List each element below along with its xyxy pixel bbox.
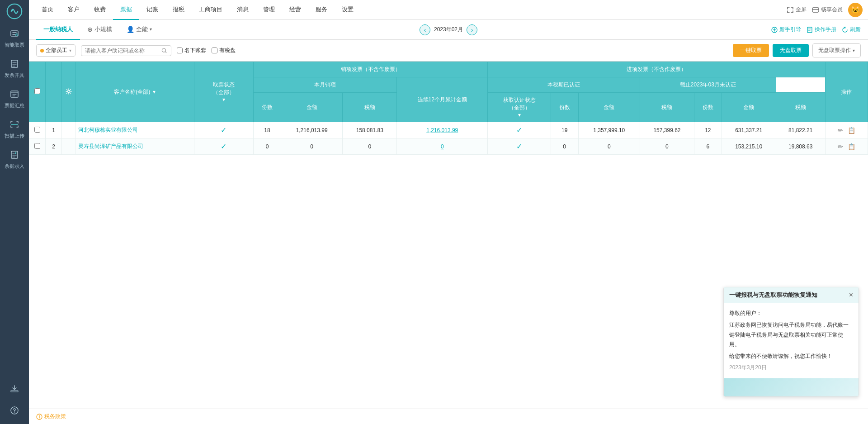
nav-billing[interactable]: 收费 [87, 0, 113, 20]
settings-col-icon[interactable] [65, 88, 72, 95]
row2-fetch-status: ✓ [194, 138, 253, 155]
no-disk-fetch-btn[interactable]: 无盘取票 [773, 44, 809, 57]
manual-btn[interactable]: 操作手册 [807, 26, 836, 33]
row1-detail-icon[interactable]: 📋 [848, 127, 855, 134]
tab-all-dropdown-icon: ▾ [150, 27, 152, 32]
nav-menu: 首页 客户 收费 票据 记账 报税 工商项目 消息 管理 经营 服务 设置 [34, 0, 787, 20]
tax-disk-label: 有税盘 [219, 47, 236, 54]
notification-close-btn[interactable]: × [849, 291, 853, 299]
table-row: 2 灵寿县尚泽矿产品有限公司 ✓ 0 0 0 0 ✓ 0 0 0 6 153,2… [29, 138, 868, 155]
nav-settings[interactable]: 设置 [335, 0, 361, 20]
header-unverified-count: 份数 [694, 93, 722, 122]
invoice-summary-icon [8, 88, 21, 100]
tab-all[interactable]: 👤 全能 ▾ [119, 20, 159, 40]
row1-client-name[interactable]: 河北柯穆栋实业有限公司 [75, 122, 194, 138]
search-input[interactable] [85, 48, 160, 54]
no-disk-ops-btn[interactable]: 无盘取票操作 ▾ [812, 43, 861, 57]
row2-checkbox[interactable] [29, 138, 46, 155]
prev-month-btn[interactable]: ‹ [420, 24, 430, 35]
header-index-col [46, 62, 62, 122]
smart-fetch-icon [8, 27, 21, 40]
nav-bookkeeping[interactable]: 记账 [139, 0, 165, 20]
sidebar-item-invoice-summary[interactable]: 票据汇总 [0, 83, 29, 114]
row2-operation: ✏ 📋 [825, 138, 868, 155]
nav-message[interactable]: 消息 [230, 0, 256, 20]
sidebar-item-invoice-entry[interactable]: 票据录入 [0, 144, 29, 174]
sidebar-download-icon[interactable] [5, 380, 24, 398]
row1-settings [62, 122, 75, 138]
sidebar-item-invoice-open-label: 发票开具 [5, 72, 24, 79]
user-avatar[interactable]: 🐱 [848, 3, 863, 17]
manual-label: 操作手册 [815, 26, 836, 33]
fullscreen-btn[interactable]: 全屏 [787, 6, 807, 14]
header-purchase-amount: 金额 [578, 93, 640, 122]
refresh-btn[interactable]: 刷新 [842, 26, 861, 33]
tab-small-scale-label: 小规模 [94, 25, 112, 33]
svg-point-14 [67, 90, 70, 92]
under-account-input[interactable] [177, 48, 183, 53]
nav-client[interactable]: 客户 [61, 0, 87, 20]
new-guide-btn[interactable]: 新手引导 [771, 26, 801, 33]
nav-home[interactable]: 首页 [34, 0, 61, 20]
row2-detail-icon[interactable]: 📋 [848, 143, 855, 150]
notification-header: 一键报税与无盘取票功能恢复通知 × [724, 287, 859, 303]
tab-general-taxpayer[interactable]: 一般纳税人 [36, 20, 80, 40]
row1-edit-icon[interactable]: ✏ [838, 127, 843, 134]
notification-title: 一键报税与无盘取票功能恢复通知 [729, 291, 817, 299]
fullscreen-icon [787, 6, 794, 14]
filter-right-actions: 一键取票 无盘取票 无盘取票操作 ▾ [733, 43, 861, 57]
nav-service[interactable]: 服务 [308, 0, 335, 20]
nav-management[interactable]: 管理 [256, 0, 282, 20]
row2-client-name[interactable]: 灵寿县尚泽矿产品有限公司 [75, 138, 194, 155]
tab-small-scale[interactable]: ⊕ 小规模 [80, 20, 119, 40]
row2-edit-icon[interactable]: ✏ [838, 143, 843, 150]
tax-disk-input[interactable] [212, 48, 217, 53]
employee-filter-chevron: ▾ [69, 48, 71, 53]
one-click-fetch-btn[interactable]: 一键取票 [733, 44, 769, 57]
tax-disk-checkbox[interactable]: 有税盘 [212, 47, 236, 54]
refresh-label: 刷新 [850, 26, 861, 33]
search-box[interactable] [81, 45, 171, 56]
fullscreen-label: 全屏 [796, 6, 807, 14]
row1-purchase-count: 19 [551, 122, 578, 138]
sidebar-help-icon[interactable] [5, 401, 24, 419]
under-account-checkbox[interactable]: 名下账套 [177, 47, 206, 54]
row1-sales-12m[interactable]: 1,216,013.99 [397, 122, 488, 138]
employee-filter[interactable]: 全部员工 ▾ [36, 44, 75, 57]
header-fetch-status: 取票状态 （全部） ▾ [194, 62, 253, 122]
tax-policy-link[interactable]: 税务政策 [36, 413, 66, 420]
invoice-table: 客户名称(全部) ▾ 取票状态 （全部） ▾ 销项发票（不含作废票） 进项发 [29, 62, 868, 155]
manual-icon [807, 27, 813, 33]
sidebar-item-invoice-open[interactable]: 发票开具 [0, 53, 29, 83]
row1-purchase-tax: 157,399.62 [640, 122, 694, 138]
logo[interactable] [0, 0, 29, 23]
row1-check-input[interactable] [34, 127, 40, 133]
header-unverified: 截止2023年03月未认证 [640, 77, 776, 93]
header-purchase-period: 本税期已认证 [488, 77, 640, 93]
bottom-bar: 税务政策 [29, 409, 868, 424]
row2-check-input[interactable] [34, 143, 40, 149]
member-btn[interactable]: 畅享会员 [812, 6, 843, 14]
invoice-entry-icon [8, 148, 21, 161]
svg-point-9 [14, 412, 15, 413]
nav-tax[interactable]: 报税 [165, 0, 192, 20]
header-client-filter-icon[interactable]: ▾ [153, 89, 156, 95]
row1-purchase-status: ✓ [488, 122, 551, 138]
sidebar-item-scan-upload[interactable]: 扫描上传 [0, 114, 29, 144]
row2-sales-tax: 0 [343, 138, 397, 155]
select-all-checkbox[interactable] [34, 88, 40, 94]
next-month-btn[interactable]: › [467, 24, 477, 35]
nav-operation[interactable]: 经营 [282, 0, 308, 20]
header-purchase-status-filter[interactable]: ▾ [518, 112, 521, 118]
nav-invoice[interactable]: 票据 [113, 0, 139, 20]
notification-apology: 给您带来的不便敬请谅解，祝您工作愉快！ [729, 352, 853, 362]
filter-bar: 全部员工 ▾ 名下账套 有税盘 一键取票 无盘取票 [29, 40, 868, 62]
tab-all-icon: 👤 [127, 26, 134, 33]
row1-sales-count: 18 [254, 122, 281, 138]
header-fetch-status-filter[interactable]: ▾ [222, 96, 225, 103]
row1-checkbox[interactable] [29, 122, 46, 138]
nav-business[interactable]: 工商项目 [192, 0, 230, 20]
sidebar-item-smart-fetch[interactable]: 智能取票 [0, 23, 29, 53]
row2-sales-12m[interactable]: 0 [397, 138, 488, 155]
row1-unverified-tax: 81,822.21 [776, 122, 825, 138]
